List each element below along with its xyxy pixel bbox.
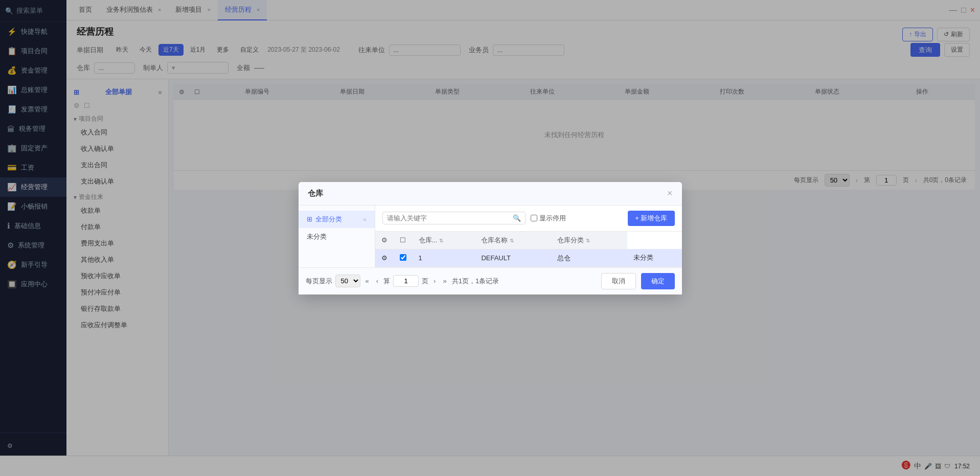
- row-settings-icon: ⚙: [375, 249, 394, 267]
- table-row[interactable]: ⚙ 1 DEFAULT 总仓 未分类: [375, 249, 682, 267]
- modal-per-page-select[interactable]: 50: [335, 275, 360, 287]
- sort-name-icon: ⇅: [510, 238, 514, 243]
- modal-next-page[interactable]: ›: [431, 276, 438, 286]
- th-name[interactable]: 仓库名称 ⇅: [475, 232, 551, 250]
- th-settings: ⚙: [375, 232, 394, 250]
- modal-search-input[interactable]: [387, 214, 511, 222]
- row-name: 总仓: [551, 249, 627, 267]
- add-warehouse-button[interactable]: + 新增仓库: [628, 211, 674, 226]
- th-category[interactable]: 仓库分类 ⇅: [551, 232, 627, 250]
- warehouse-modal: 仓库 × ⊞ 全部分类 « 未分类: [299, 182, 682, 294]
- modal-table: ⚙ ☐ 仓库... ⇅ 仓库名称 ⇅: [375, 232, 682, 267]
- modal-sidebar-collapse[interactable]: «: [363, 216, 366, 222]
- modal-per-page-label: 每页显示: [306, 277, 332, 286]
- modal-total-records: 共1页，1条记录: [452, 277, 499, 286]
- modal-sidebar: ⊞ 全部分类 « 未分类: [299, 206, 375, 267]
- warehouse-table: ⚙ ☐ 仓库... ⇅ 仓库名称 ⇅: [375, 232, 682, 267]
- modal-sidebar-uncategorized[interactable]: 未分类: [299, 228, 375, 245]
- sort-code-icon: ⇅: [439, 238, 443, 243]
- modal-pagination: 每页显示 50 « ‹ 算 页 › » 共1页，1条记录: [306, 275, 499, 287]
- modal-last-page[interactable]: »: [441, 276, 448, 286]
- modal-footer: 每页显示 50 « ‹ 算 页 › » 共1页，1条记录 取消 确定: [299, 267, 682, 294]
- modal-page-input[interactable]: [393, 275, 419, 287]
- confirm-button[interactable]: 确定: [641, 273, 675, 289]
- modal-actions: 取消 确定: [601, 273, 675, 289]
- show-disabled-checkbox-label[interactable]: 显示停用: [531, 214, 566, 223]
- modal-overlay[interactable]: 仓库 × ⊞ 全部分类 « 未分类: [0, 0, 980, 476]
- show-disabled-checkbox[interactable]: [531, 215, 537, 221]
- modal-title: 仓库: [308, 189, 323, 198]
- row-id: 1: [413, 249, 475, 267]
- modal-search-box[interactable]: 🔍: [382, 212, 526, 224]
- row-select-checkbox[interactable]: [400, 254, 406, 261]
- modal-first-page[interactable]: «: [363, 276, 371, 286]
- modal-page-label: 算: [383, 277, 390, 286]
- th-checkbox: ☐: [394, 232, 413, 250]
- row-checkbox[interactable]: [394, 249, 413, 267]
- row-code: DEFAULT: [475, 249, 551, 267]
- modal-close-button[interactable]: ×: [667, 188, 673, 199]
- modal-prev-page[interactable]: ‹: [374, 276, 380, 286]
- modal-page-of: 页: [422, 277, 428, 286]
- cancel-button[interactable]: 取消: [601, 273, 636, 289]
- sort-category-icon: ⇅: [586, 238, 590, 243]
- grid2-icon: ⊞: [307, 215, 312, 223]
- table-header-row: ⚙ ☐ 仓库... ⇅ 仓库名称 ⇅: [375, 232, 682, 250]
- modal-main: 🔍 显示停用 + 新增仓库 ⚙ ☐: [375, 206, 682, 267]
- modal-sidebar-all-categories[interactable]: ⊞ 全部分类 «: [299, 211, 375, 228]
- modal-toolbar: 🔍 显示停用 + 新增仓库: [375, 206, 682, 232]
- row-category: 未分类: [627, 249, 682, 267]
- th-code[interactable]: 仓库... ⇅: [413, 232, 475, 250]
- modal-search-icon: 🔍: [513, 214, 521, 222]
- modal-header: 仓库 ×: [299, 182, 682, 206]
- modal-body: ⊞ 全部分类 « 未分类 🔍: [299, 206, 682, 267]
